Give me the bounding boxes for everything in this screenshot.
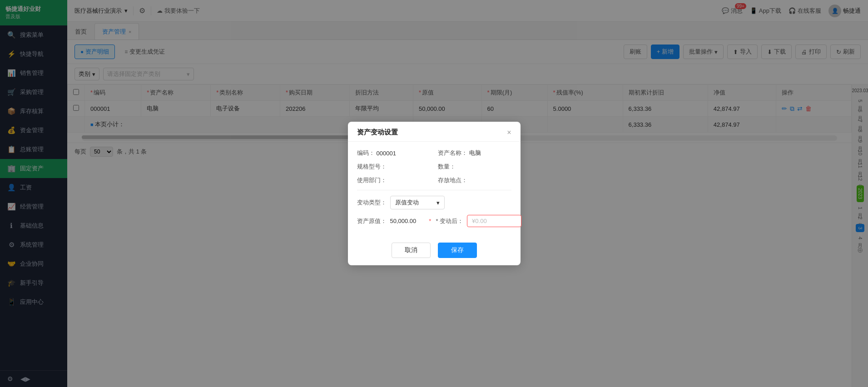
modal-assetname-label: 资产名称： xyxy=(438,149,467,157)
modal-change-type-row: 变动类型： 原值变动 ▾ xyxy=(357,196,511,209)
save-button[interactable]: 保存 xyxy=(438,243,477,258)
modal-location-label: 存放地点： xyxy=(438,176,467,184)
modal-row-dept-loc: 使用部门： 存放地点： xyxy=(357,176,511,184)
modal-asset-value-row: 资产原值： 50,000.00 * * 变动后： xyxy=(357,215,511,227)
cancel-button[interactable]: 取消 xyxy=(392,243,431,258)
changetype-chevron: ▾ xyxy=(436,199,440,206)
modal-afterchange-input[interactable] xyxy=(467,215,521,227)
modal-body: 编码： 000001 资产名称： 电脑 规格型号： 数量： xyxy=(348,142,521,238)
modal-code-value: 000001 xyxy=(377,150,396,157)
modal-header: 资产变动设置 × xyxy=(348,122,521,142)
modal-field-code: 编码： 000001 xyxy=(357,149,431,157)
modal-row-spec-qty: 规格型号： 数量： xyxy=(357,163,511,171)
cancel-label: 取消 xyxy=(405,246,417,253)
modal-field-spec: 规格型号： xyxy=(357,163,431,171)
modal-row-code-name: 编码： 000001 资产名称： 电脑 xyxy=(357,149,511,157)
modal-assetvalue-label: 资产原值： xyxy=(357,217,387,225)
required-indicator: * xyxy=(429,218,431,224)
modal-assetname-value: 电脑 xyxy=(469,149,481,157)
modal-qty-label: 数量： xyxy=(438,163,456,171)
modal-changetype-value: 原值变动 xyxy=(395,198,419,207)
modal-overlay: 资产变动设置 × 编码： 000001 资产名称： 电脑 规格型号： xyxy=(0,0,868,387)
modal-afterchange-label: * 变动后： xyxy=(436,217,463,225)
modal-code-label: 编码： xyxy=(357,149,375,157)
modal-title: 资产变动设置 xyxy=(357,128,398,137)
modal-assetvalue-value: 50,000.00 xyxy=(390,218,417,224)
save-label: 保存 xyxy=(451,246,464,253)
modal-close-button[interactable]: × xyxy=(507,129,511,137)
modal-dept-label: 使用部门： xyxy=(357,176,387,184)
modal-divider xyxy=(357,190,511,190)
asset-change-modal: 资产变动设置 × 编码： 000001 资产名称： 电脑 规格型号： xyxy=(348,122,521,265)
modal-changetype-select[interactable]: 原值变动 ▾ xyxy=(390,196,445,209)
modal-field-dept: 使用部门： xyxy=(357,176,431,184)
modal-footer: 取消 保存 xyxy=(348,238,521,265)
modal-field-location: 存放地点： xyxy=(438,176,511,184)
modal-field-assetname: 资产名称： 电脑 xyxy=(438,149,511,157)
modal-changetype-label: 变动类型： xyxy=(357,198,387,207)
modal-field-qty: 数量： xyxy=(438,163,511,171)
modal-spec-label: 规格型号： xyxy=(357,163,387,171)
